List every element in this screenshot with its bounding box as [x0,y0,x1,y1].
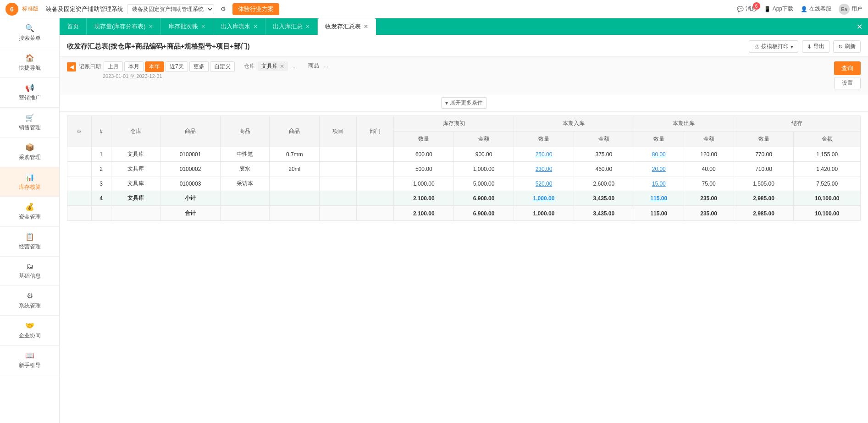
tab-batch-account[interactable]: 库存批次账 ✕ [161,18,213,35]
row3-check [67,176,92,191]
warehouse-label: 仓库 [244,62,255,70]
settings-button[interactable]: ⚙ [218,4,229,15]
th-department: 部门 [357,116,394,147]
sidebar-item-label: 经营管理 [19,243,41,251]
date-btn-this-year[interactable]: 本年 [145,61,164,72]
sidebar-item-search[interactable]: 🔍 搜索菜单 [0,18,59,48]
sidebar-item-quick-nav[interactable]: 🏠 快捷导航 [0,48,59,78]
th-out-amt: 金额 [684,132,734,147]
row2-balance-qty: 710.00 [734,162,794,176]
warehouse-more-btn[interactable]: ... [291,62,299,71]
tab-home[interactable]: 首页 [60,18,87,35]
expand-area: ▾ 展开更多条件 [60,94,868,112]
row2-dept [357,162,394,176]
warehouse-tag-close[interactable]: ✕ [280,63,284,70]
user-menu[interactable]: Ea 用户 [839,4,862,15]
sales-icon: 🛒 [25,113,34,122]
print-icon: 🖨 [754,44,759,50]
row3-opening-qty: 1,000.00 [394,176,454,191]
page-title: 收发存汇总表(按仓库+商品编码+商品+规格型号+项目+部门) [67,42,250,51]
online-service-button[interactable]: 👤 在线客服 [801,5,831,13]
row3-project [320,176,357,191]
row3-spec [270,176,320,191]
tab-inventory-dist[interactable]: 现存量(库存分布表) ✕ [87,18,161,35]
tab-close-inout-summary[interactable]: ✕ [305,23,310,30]
product-more-btn[interactable]: ... [322,61,330,70]
query-button[interactable]: 查询 [834,61,861,75]
expand-conditions-button[interactable]: ▾ 展开更多条件 [441,97,487,109]
trial-button[interactable]: 体验行业方案 [232,3,279,15]
filter-toggle[interactable]: ◀ [67,62,76,71]
app-icon: 📱 [764,6,771,12]
row1-in-qty[interactable]: 250.00 [514,147,574,162]
date-btn-more[interactable]: 更多 [189,61,209,72]
sidebar-item-marketing[interactable]: 📢 营销推广 [0,78,59,108]
sidebar-item-label: 销售管理 [19,124,41,132]
row1-out-qty[interactable]: 80.00 [634,147,684,162]
table-container: ⚙ # 仓库 商品 商品 商品 项目 部门 库存期初 本期入库 本期出库 结存 [60,112,868,423]
search-icon: 🔍 [25,24,34,33]
th-settings[interactable]: ⚙ [67,116,92,147]
th-in-amt: 金额 [574,132,634,147]
sidebar-item-operations[interactable]: 📋 经营管理 [0,227,59,257]
row2-name: 胶水 [220,162,269,176]
subtotal-label: 小计 [160,191,221,206]
settings-filter-button[interactable]: 设置 [834,77,861,89]
tab-close-receive-summary[interactable]: ✕ [364,23,368,30]
sidebar-item-enterprise[interactable]: 🤝 企业协同 [0,316,59,346]
sidebar-item-basic-info[interactable]: 🗂 基础信息 [0,257,59,286]
print-button[interactable]: 🖨 按模板打印 ▾ [749,40,798,53]
tab-close-inout-flow[interactable]: ✕ [253,23,258,30]
row1-in-amt: 375.00 [574,147,634,162]
tab-inout-flow[interactable]: 出入库流水 ✕ [213,18,265,35]
data-table: ⚙ # 仓库 商品 商品 商品 项目 部门 库存期初 本期入库 本期出库 结存 [67,115,861,221]
top-bar: 6 标准版 装备及固定资产辅助管理系统 装备及固定资产辅助管理系统 ⚙ 体验行业… [0,0,868,18]
subtotal-opening-qty: 2,100.00 [394,191,454,206]
sidebar-item-label: 基础信息 [19,272,41,280]
th-opening-amt: 金额 [454,132,514,147]
tab-bar-close-all[interactable]: ✕ [851,22,868,31]
app-download-button[interactable]: 📱 App下载 [764,5,793,13]
row3-code: 0100003 [160,176,221,191]
finance-icon: 💰 [25,203,34,211]
sidebar-item-label: 资金管理 [19,213,41,221]
subtotal-out-amt: 235.00 [684,191,734,206]
th-product-spec: 商品 [270,116,320,147]
sidebar-item-beginner[interactable]: 📖 新手引导 [0,346,59,375]
sidebar-item-inventory[interactable]: 📊 库存核算 [0,167,59,197]
tab-close-inventory-dist[interactable]: ✕ [149,23,153,30]
th-project: 项目 [320,116,357,147]
refresh-button[interactable]: ↻ 刷新 [833,40,861,53]
sidebar-item-purchase[interactable]: 📦 采购管理 [0,137,59,167]
total-out-amt: 235.00 [684,206,734,221]
row3-out-qty[interactable]: 15.00 [634,176,684,191]
tab-receive-summary[interactable]: 收发存汇总表 ✕ [318,18,376,35]
system-selector[interactable]: 装备及固定资产辅助管理系统 [127,4,214,14]
date-btn-custom[interactable]: 自定义 [210,61,235,72]
export-button[interactable]: ⬇ 导出 [802,40,829,53]
sidebar-item-sales[interactable]: 🛒 销售管理 [0,108,59,137]
date-btn-this-month[interactable]: 本月 [124,61,144,72]
subtotal-out-qty[interactable]: 115.00 [634,191,684,206]
tab-inout-summary[interactable]: 出入库汇总 ✕ [265,18,318,35]
date-btn-7days[interactable]: 近7天 [166,61,188,72]
date-btn-last-month[interactable]: 上月 [104,61,123,72]
total-opening-qty: 2,100.00 [394,206,454,221]
sidebar-item-system[interactable]: ⚙ 系统管理 [0,286,59,316]
row2-no: 2 [91,162,111,176]
row2-opening-amt: 1,000.00 [454,162,514,176]
sidebar-item-label: 库存核算 [19,183,41,191]
row3-in-qty[interactable]: 520.00 [514,176,574,191]
message-button[interactable]: 💬 消息 6 [737,5,757,13]
purchase-icon: 📦 [25,143,34,152]
tab-close-batch-account[interactable]: ✕ [201,23,205,30]
sidebar-item-finance[interactable]: 💰 资金管理 [0,197,59,227]
date-label: 记账日期 [79,63,101,71]
warehouse-tag[interactable]: 文具库 ✕ [258,61,288,71]
row2-out-qty[interactable]: 20.00 [634,162,684,176]
row2-in-qty[interactable]: 230.00 [514,162,574,176]
row3-warehouse: 文具库 [111,176,160,191]
marketing-icon: 📢 [25,83,34,92]
subtotal-no: 4 [91,191,111,206]
subtotal-in-qty[interactable]: 1,000.00 [514,191,574,206]
